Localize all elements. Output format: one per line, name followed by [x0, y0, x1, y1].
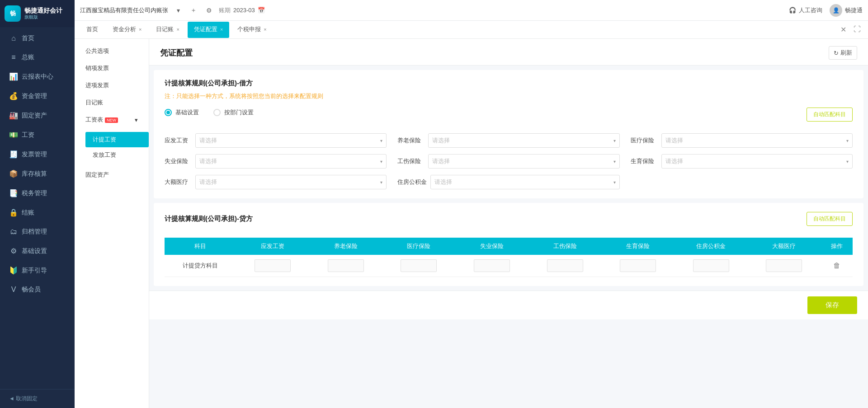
auto-match-button-borrow[interactable]: 自动匹配科目: [807, 108, 853, 122]
shiye-select[interactable]: 请选择 ▾: [195, 154, 387, 169]
auto-match-label: 自动匹配科目: [813, 111, 846, 117]
credit-yiliao-input[interactable]: [401, 259, 437, 272]
sidebar-item-salary[interactable]: 💵 工资: [0, 125, 75, 145]
topbar-period: 账期 2023-03 📅: [219, 6, 265, 14]
delete-row-btn[interactable]: 🗑: [833, 262, 840, 269]
chevron-down-icon: ▾: [135, 117, 138, 123]
sidebar-item-vip[interactable]: V 畅会员: [0, 280, 75, 299]
th-yingfa: 应发工资: [236, 238, 309, 255]
tab-voucher-config-close[interactable]: ×: [220, 27, 223, 32]
tab-actions: ✕ ⛶: [839, 23, 863, 36]
sidebar-item-label: 基础设置: [22, 247, 47, 255]
assets-icon: 🏭: [9, 111, 18, 120]
yanglao-select[interactable]: 请选择 ▾: [428, 133, 619, 148]
sidebar-item-home[interactable]: ⌂ 首页: [0, 29, 75, 48]
tab-close-btn[interactable]: ✕: [839, 23, 848, 36]
tab-fund-analysis[interactable]: 资金分析 ×: [106, 22, 148, 38]
radio-dept-label: 按部门设置: [224, 108, 254, 117]
sidebar-item-archive-management[interactable]: 🗂 归档管理: [0, 222, 75, 241]
table-row: 计提贷方科目 🗑: [165, 255, 853, 277]
credit-gongshang-input[interactable]: [547, 259, 583, 272]
radio-basic[interactable]: 基础设置: [165, 108, 199, 117]
inventory-icon: 📦: [9, 169, 18, 178]
left-nav-sales-invoice[interactable]: 销项发票: [75, 60, 149, 77]
sidebar-item-fixed-assets[interactable]: 🏭 固定资产: [0, 106, 75, 125]
left-nav-salary-payment[interactable]: 发放工资: [85, 147, 149, 163]
credit-shengyu-input[interactable]: [620, 259, 656, 272]
home-icon: ⌂: [9, 34, 18, 42]
zhufang-select[interactable]: 请选择 ▾: [430, 175, 619, 189]
sidebar-item-label: 总账: [22, 53, 34, 61]
main-area: 江西服宝精品有限责任公司内账张 ▾ ＋ ⚙ 账期 2023-03 📅 🎧 人工咨…: [75, 0, 868, 408]
credit-shiye-input[interactable]: [474, 259, 510, 272]
sidebar-logo: 畅 畅捷通好会计 旗舰版: [0, 0, 75, 27]
tab-expand-btn[interactable]: ⛶: [852, 23, 863, 36]
company-dropdown-btn[interactable]: ▾: [173, 5, 184, 16]
td-yanglao-val: [309, 255, 382, 277]
form-row-gongshang: 工伤保险 请选择 ▾: [397, 154, 619, 169]
daeyiliao-placeholder: 请选择: [199, 178, 217, 186]
user-menu[interactable]: 👤 畅捷通: [830, 4, 863, 17]
tab-fund-analysis-close[interactable]: ×: [139, 27, 142, 32]
refresh-button[interactable]: ↻ 刷新: [829, 46, 857, 60]
left-nav-salary-table[interactable]: 工资表NEW ▾: [75, 111, 149, 128]
save-button[interactable]: 保存: [807, 296, 857, 314]
radio-dept-circle: [213, 109, 221, 116]
credit-yanglao-input[interactable]: [328, 259, 364, 272]
left-nav-fixed-assets[interactable]: 固定资产: [75, 166, 149, 183]
yiliao-select[interactable]: 请选择 ▾: [661, 133, 853, 148]
tab-voucher-config-label: 凭证配置: [194, 25, 217, 33]
sidebar-item-label: 归档管理: [22, 228, 47, 236]
td-gongshang-val: [528, 255, 602, 277]
tab-tax-declaration-close[interactable]: ×: [264, 27, 266, 32]
sidebar-item-label: 新手引导: [22, 267, 47, 275]
service-button[interactable]: 🎧 人工咨询: [789, 6, 822, 14]
left-nav-journal[interactable]: 日记账: [75, 94, 149, 111]
section-borrow: 计提核算规则(公司承担)-借方 注：只能选择一种方式，系统将按照您当前的选择来配…: [154, 70, 863, 198]
daeyiliao-select[interactable]: 请选择 ▾: [195, 175, 387, 189]
left-nav-salary-accrual[interactable]: 计提工资: [85, 132, 149, 147]
yiliao-label: 医疗保险: [631, 136, 658, 145]
left-nav-public-options[interactable]: 公共选项: [75, 42, 149, 60]
credit-table: 科目 应发工资 养老保险 医疗保险 失业保险 工伤保险 生育保险 住房公积金 大…: [165, 238, 853, 277]
credit-yingfa-input[interactable]: [255, 259, 291, 272]
period-value: 2023-03: [233, 7, 255, 14]
sidebar-footer[interactable]: ◄ 取消固定: [0, 389, 75, 408]
logo-text: 畅捷通好会计: [24, 7, 62, 14]
tabs-bar: 首页 资金分析 × 日记账 × 凭证配置 × 个税申报 × ✕ ⛶: [75, 21, 868, 39]
sidebar-item-tax-management[interactable]: 📑 税务管理: [0, 183, 75, 203]
sidebar-item-fund-management[interactable]: 💰 资金管理: [0, 86, 75, 106]
gongshang-arrow: ▾: [613, 159, 616, 164]
add-button[interactable]: ＋: [188, 5, 199, 16]
tab-journal-label: 日记账: [156, 25, 174, 33]
tab-voucher-config[interactable]: 凭证配置 ×: [188, 22, 229, 38]
th-gongshang: 工伤保险: [528, 238, 602, 255]
form-grid-borrow: 应发工资 请选择 ▾ 养老保险 请选择 ▾ 医疗: [165, 133, 853, 189]
auto-match-button-credit[interactable]: 自动匹配科目: [807, 212, 853, 226]
sidebar-item-cloud-report[interactable]: 📊 云报表中心: [0, 67, 75, 86]
sidebar-item-inventory[interactable]: 📦 库存核算: [0, 164, 75, 183]
radio-department[interactable]: 按部门设置: [213, 108, 254, 117]
calendar-icon[interactable]: 📅: [258, 7, 265, 14]
sidebar-item-invoice-management[interactable]: 🧾 发票管理: [0, 145, 75, 164]
sidebar-item-general-ledger[interactable]: ≡ 总账: [0, 48, 75, 67]
yingfa-select[interactable]: 请选择 ▾: [195, 133, 387, 148]
sidebar-item-newcomer-guide[interactable]: 🔰 新手引导: [0, 261, 75, 280]
sidebar-item-close-accounts[interactable]: 🔒 结账: [0, 203, 75, 222]
section2-header: 计提核算规则(公司承担)-贷方 自动匹配科目: [165, 212, 853, 230]
credit-zhufang-input[interactable]: [693, 259, 729, 272]
tab-journal[interactable]: 日记账 ×: [150, 22, 185, 38]
sidebar-item-basic-settings[interactable]: ⚙ 基础设置: [0, 241, 75, 261]
tab-home[interactable]: 首页: [80, 22, 104, 38]
left-nav-purchase-invoice[interactable]: 进项发票: [75, 77, 149, 94]
td-delete: 🗑: [821, 255, 853, 277]
td-zhufang-val: [675, 255, 748, 277]
shiye-arrow: ▾: [380, 159, 382, 164]
tab-tax-declaration[interactable]: 个税申报 ×: [231, 22, 273, 38]
shengyu-select[interactable]: 请选择 ▾: [661, 154, 853, 169]
settings-button[interactable]: ⚙: [203, 5, 214, 16]
guide-icon: 🔰: [9, 266, 18, 275]
gongshang-select[interactable]: 请选择 ▾: [428, 154, 619, 169]
credit-dae-input[interactable]: [766, 259, 802, 272]
tab-journal-close[interactable]: ×: [176, 27, 179, 32]
